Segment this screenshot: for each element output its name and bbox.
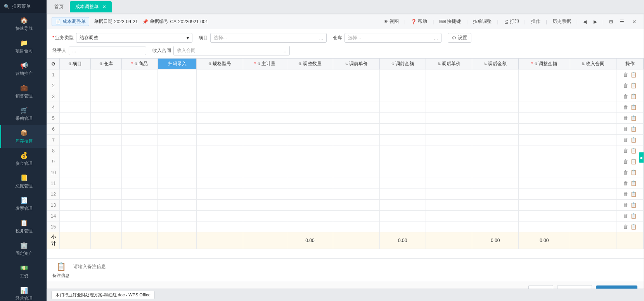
table-cell[interactable]: [518, 189, 570, 200]
window-close-button[interactable]: ✕: [630, 18, 639, 26]
table-cell[interactable]: [570, 200, 616, 211]
table-cell[interactable]: [158, 145, 197, 156]
table-cell[interactable]: [121, 200, 158, 211]
table-cell[interactable]: [60, 113, 91, 124]
table-cell[interactable]: [197, 69, 243, 80]
table-cell[interactable]: [570, 124, 616, 135]
copy-icon[interactable]: 📋: [630, 148, 637, 154]
table-cell[interactable]: [243, 135, 287, 145]
table-cell[interactable]: [243, 124, 287, 135]
table-cell[interactable]: [379, 135, 426, 145]
table-cell[interactable]: [158, 80, 197, 91]
sidebar-item-business-management[interactable]: 📊 经营管理: [0, 283, 47, 301]
table-cell[interactable]: [121, 69, 158, 80]
th-before-amount[interactable]: ⇅ 调前金额: [379, 59, 426, 69]
tab-cost-adjustment[interactable]: 成本调整单 ✕: [70, 1, 112, 12]
table-cell[interactable]: [426, 178, 472, 189]
table-cell[interactable]: [90, 91, 121, 102]
income-contract-input[interactable]: 收入合同 ...: [173, 46, 290, 55]
table-cell[interactable]: [121, 135, 158, 145]
table-cell[interactable]: [158, 91, 197, 102]
delete-icon[interactable]: 🗑: [623, 126, 628, 132]
review-btn[interactable]: 按单调整: [471, 17, 493, 26]
table-cell[interactable]: [379, 211, 426, 221]
table-cell[interactable]: [426, 200, 472, 211]
table-cell[interactable]: [121, 156, 158, 167]
table-cell[interactable]: [90, 221, 121, 232]
table-cell[interactable]: [243, 113, 287, 124]
table-cell[interactable]: [121, 102, 158, 113]
list-view-btn[interactable]: ☰: [618, 18, 626, 25]
copy-icon[interactable]: 📋: [630, 180, 637, 186]
table-cell[interactable]: [287, 189, 333, 200]
table-cell[interactable]: [426, 135, 472, 145]
table-cell[interactable]: [426, 167, 472, 178]
th-unit[interactable]: * ⇅ 主计量: [243, 59, 287, 69]
history-btn[interactable]: 历史票据: [551, 17, 573, 26]
copy-icon[interactable]: 📋: [630, 159, 637, 164]
table-cell[interactable]: [333, 189, 379, 200]
table-cell[interactable]: [333, 124, 379, 135]
table-cell[interactable]: [121, 80, 158, 91]
table-cell[interactable]: [60, 200, 91, 211]
table-cell[interactable]: [379, 102, 426, 113]
table-cell[interactable]: [518, 200, 570, 211]
table-cell[interactable]: [333, 113, 379, 124]
table-cell[interactable]: [426, 113, 472, 124]
expand-btn[interactable]: ◀: [582, 18, 588, 25]
table-cell[interactable]: [570, 135, 616, 145]
table-cell[interactable]: [197, 145, 243, 156]
table-cell[interactable]: [472, 113, 518, 124]
sidebar-item-invoice-management[interactable]: 🧾 发票管理: [0, 193, 47, 215]
table-cell[interactable]: [60, 178, 91, 189]
sidebar-item-payroll[interactable]: 💵 工资: [0, 260, 47, 283]
table-cell[interactable]: [426, 156, 472, 167]
table-cell[interactable]: [60, 80, 91, 91]
table-cell[interactable]: [518, 145, 570, 156]
copy-icon[interactable]: 📋: [630, 170, 637, 175]
table-cell[interactable]: [333, 91, 379, 102]
table-cell[interactable]: [426, 102, 472, 113]
table-cell[interactable]: [333, 211, 379, 221]
copy-icon[interactable]: 📋: [630, 213, 637, 219]
th-adjust-qty[interactable]: ⇅ 调整数量: [287, 59, 333, 69]
table-cell[interactable]: [570, 145, 616, 156]
table-cell[interactable]: [158, 156, 197, 167]
table-cell[interactable]: [426, 69, 472, 80]
th-project[interactable]: ⇅ 项目: [60, 59, 91, 69]
table-cell[interactable]: [426, 145, 472, 156]
table-cell[interactable]: [570, 113, 616, 124]
table-cell[interactable]: [287, 167, 333, 178]
table-cell[interactable]: [472, 221, 518, 232]
table-cell[interactable]: [158, 221, 197, 232]
table-cell[interactable]: [243, 102, 287, 113]
copy-icon[interactable]: 📋: [630, 83, 637, 88]
table-cell[interactable]: [472, 167, 518, 178]
sidebar-item-quick-nav[interactable]: 🏠 快速导航: [0, 13, 47, 35]
sidebar-item-sales-management[interactable]: 💼 销售管理: [0, 80, 47, 103]
table-cell[interactable]: [197, 156, 243, 167]
table-cell[interactable]: [333, 145, 379, 156]
shortcut-btn[interactable]: ⌨ 快捷键: [438, 17, 462, 26]
table-cell[interactable]: [379, 167, 426, 178]
table-cell[interactable]: [287, 156, 333, 167]
table-cell[interactable]: [518, 211, 570, 221]
table-cell[interactable]: [158, 135, 197, 145]
table-cell[interactable]: [287, 102, 333, 113]
table-cell[interactable]: [60, 189, 91, 200]
table-cell[interactable]: [472, 189, 518, 200]
delete-icon[interactable]: 🗑: [623, 115, 628, 121]
sidebar-item-sales-promotion[interactable]: 📢 营销推广: [0, 58, 47, 80]
table-cell[interactable]: [158, 69, 197, 80]
table-cell[interactable]: [287, 211, 333, 221]
table-cell[interactable]: [518, 135, 570, 145]
table-cell[interactable]: [333, 69, 379, 80]
table-cell[interactable]: [197, 124, 243, 135]
copy-icon[interactable]: 📋: [630, 137, 637, 143]
table-cell[interactable]: [287, 80, 333, 91]
table-cell[interactable]: [570, 102, 616, 113]
table-cell[interactable]: [90, 124, 121, 135]
table-cell[interactable]: [90, 69, 121, 80]
table-cell[interactable]: [121, 221, 158, 232]
table-cell[interactable]: [60, 167, 91, 178]
